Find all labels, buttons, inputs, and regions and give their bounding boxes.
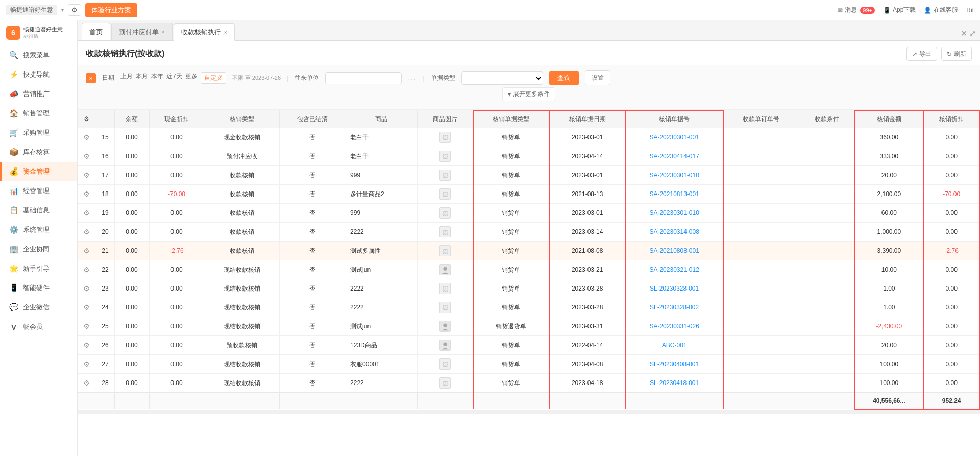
sidebar-item-newbie[interactable]: 🌟 新手引导 bbox=[0, 259, 77, 278]
tab-home[interactable]: 首页 bbox=[82, 23, 110, 40]
bill-no-link-1[interactable]: SA-20230414-017 bbox=[649, 153, 699, 160]
date-this-year[interactable]: 本年 bbox=[151, 72, 163, 84]
bill-no-2[interactable]: SA-20230301-010 bbox=[625, 166, 723, 185]
solution-button[interactable]: 体验行业方案 bbox=[85, 3, 137, 17]
bill-no-link-6[interactable]: SA-20210808-001 bbox=[649, 247, 699, 254]
bill-report-type-13: 销货单 bbox=[473, 374, 549, 393]
bill-no-link-5[interactable]: SA-20230314-008 bbox=[649, 228, 699, 235]
bill-no-12[interactable]: SL-20230408-001 bbox=[625, 355, 723, 374]
date-custom[interactable]: 自定义 bbox=[201, 72, 226, 84]
company-dots[interactable]: ... bbox=[408, 74, 416, 82]
bill-no-7[interactable]: SA-20230321-012 bbox=[625, 260, 723, 279]
gear-cell-1[interactable]: ⚙ bbox=[78, 147, 96, 166]
bill-no-5[interactable]: SA-20230314-008 bbox=[625, 223, 723, 242]
messages-icon-group[interactable]: ✉ 消息 99+ bbox=[838, 6, 875, 14]
receipt-condition-7 bbox=[799, 260, 855, 279]
sidebar-item-purchase[interactable]: 🛒 采购管理 bbox=[0, 123, 77, 142]
sidebar-item-hardware[interactable]: 📱 智能硬件 bbox=[0, 278, 77, 298]
bill-no-1[interactable]: SA-20230414-017 bbox=[625, 147, 723, 166]
bill-no-11[interactable]: ABC-001 bbox=[625, 336, 723, 355]
tab-prepay[interactable]: 预付冲应付单 × bbox=[111, 23, 173, 40]
sidebar-item-marketing[interactable]: 📣 营销推广 bbox=[0, 84, 77, 104]
bill-no-4[interactable]: SA-20230301-010 bbox=[625, 204, 723, 223]
col-receipt-order-no: 收款单订单号 bbox=[723, 110, 799, 128]
gear-cell-8[interactable]: ⚙ bbox=[78, 279, 96, 298]
bill-no-8[interactable]: SL-20230328-001 bbox=[625, 279, 723, 298]
expand-conditions-button[interactable]: ▾ 展开更多条件 bbox=[502, 87, 555, 101]
scroll-hint[interactable] bbox=[78, 410, 980, 414]
filter-settings-button[interactable]: 设置 bbox=[585, 70, 610, 85]
gear-cell-0[interactable]: ⚙ bbox=[78, 128, 96, 147]
date-more[interactable]: 更多 bbox=[185, 72, 198, 84]
bill-no-13[interactable]: SL-20230418-001 bbox=[625, 374, 723, 393]
product-img-9: 🖼 bbox=[418, 298, 473, 317]
bill-no-link-3[interactable]: SA-20210813-001 bbox=[649, 190, 699, 198]
brand-dropdown-arrow[interactable]: ▾ bbox=[61, 7, 64, 13]
bill-no-10[interactable]: SA-20230331-026 bbox=[625, 317, 723, 336]
online-service-group[interactable]: 👤 在线客服 bbox=[924, 6, 958, 14]
user-name[interactable]: Rit bbox=[966, 7, 974, 14]
gear-cell-3[interactable]: ⚙ bbox=[78, 185, 96, 204]
settings-button[interactable]: ⚙ bbox=[68, 4, 81, 16]
wechat-icon: 💬 bbox=[9, 303, 19, 312]
tab-close-all-button[interactable]: ✕ bbox=[961, 29, 967, 38]
gear-cell-7[interactable]: ⚙ bbox=[78, 260, 96, 279]
date-this-month[interactable]: 本月 bbox=[136, 72, 148, 84]
sidebar-item-search[interactable]: 🔍 搜索菜单 bbox=[0, 45, 77, 65]
bill-no-link-2[interactable]: SA-20230301-010 bbox=[649, 172, 699, 179]
gear-cell-5[interactable]: ⚙ bbox=[78, 223, 96, 242]
balance-11: 0.00 bbox=[114, 336, 149, 355]
refresh-button[interactable]: ↻ 刷新 bbox=[941, 47, 972, 61]
search-button[interactable]: 查询 bbox=[549, 71, 579, 85]
bill-no-link-12[interactable]: SL-20230408-001 bbox=[650, 361, 699, 368]
bill-no-link-11[interactable]: ABC-001 bbox=[662, 342, 687, 349]
bill-no-link-9[interactable]: SL-20230328-002 bbox=[650, 304, 699, 311]
bill-no-link-13[interactable]: SL-20230418-001 bbox=[650, 379, 699, 387]
sidebar-item-corp[interactable]: 🏢 企业协同 bbox=[0, 239, 77, 259]
sidebar-item-inventory[interactable]: 📦 库存核算 bbox=[0, 142, 77, 162]
product-img-0: 🖼 bbox=[418, 128, 473, 147]
sidebar-item-finance[interactable]: 💰 资金管理 bbox=[0, 162, 77, 181]
bill-no-link-8[interactable]: SL-20230328-001 bbox=[650, 285, 699, 292]
gear-cell-6[interactable]: ⚙ bbox=[78, 242, 96, 260]
tab-receipt-writeoff-close[interactable]: × bbox=[224, 30, 227, 35]
sidebar-item-sales[interactable]: 🏠 销售管理 bbox=[0, 104, 77, 123]
bill-no-link-7[interactable]: SA-20230321-012 bbox=[649, 266, 699, 273]
export-button[interactable]: ↗ 导出 bbox=[906, 47, 937, 61]
gear-cell-4[interactable]: ⚙ bbox=[78, 204, 96, 223]
sidebar-item-member[interactable]: V 畅会员 bbox=[0, 317, 77, 337]
receipt-condition-10 bbox=[799, 317, 855, 336]
bill-no-link-0[interactable]: SA-20230301-001 bbox=[649, 134, 699, 141]
gear-cell-10[interactable]: ⚙ bbox=[78, 317, 96, 336]
col-settings[interactable]: ⚙ bbox=[78, 110, 96, 128]
gear-cell-9[interactable]: ⚙ bbox=[78, 298, 96, 317]
company-input[interactable] bbox=[325, 72, 402, 84]
bill-type-select[interactable] bbox=[461, 71, 543, 85]
bill-no-link-4[interactable]: SA-20230301-010 bbox=[649, 209, 699, 217]
cash-discount-10: 0.00 bbox=[149, 317, 204, 336]
tab-prepay-close[interactable]: × bbox=[162, 29, 165, 35]
bill-no-6[interactable]: SA-20210808-001 bbox=[625, 242, 723, 260]
date-last-month[interactable]: 上月 bbox=[120, 72, 133, 84]
tab-maximize-button[interactable]: ⤢ bbox=[969, 29, 976, 38]
gear-cell-13[interactable]: ⚙ bbox=[78, 374, 96, 393]
bill-no-link-10[interactable]: SA-20230331-026 bbox=[649, 323, 699, 330]
tab-receipt-writeoff[interactable]: 收款核销执行 × bbox=[174, 23, 235, 41]
date-last-7days[interactable]: 近7天 bbox=[166, 72, 182, 84]
footer-bill-date bbox=[549, 393, 625, 409]
sidebar-item-wechat[interactable]: 💬 企业微信 bbox=[0, 298, 77, 317]
data-table: ⚙ 余额 现金折扣 核销类型 包含已结清 商品 商品图片 核销单据类型 核销单据… bbox=[78, 110, 980, 410]
app-download-group[interactable]: 📱 App下载 bbox=[883, 6, 916, 14]
gear-cell-2[interactable]: ⚙ bbox=[78, 166, 96, 185]
sidebar-item-quick-nav[interactable]: ⚡ 快捷导航 bbox=[0, 65, 77, 84]
gear-cell-12[interactable]: ⚙ bbox=[78, 355, 96, 374]
sidebar-item-basic[interactable]: 📋 基础信息 bbox=[0, 201, 77, 220]
sidebar-item-business[interactable]: 📊 经营管理 bbox=[0, 181, 77, 201]
sidebar-item-system[interactable]: ⚙️ 系统管理 bbox=[0, 220, 77, 239]
bill-no-0[interactable]: SA-20230301-001 bbox=[625, 128, 723, 147]
product-img-13: 🖼 bbox=[418, 374, 473, 393]
bill-no-3[interactable]: SA-20210813-001 bbox=[625, 185, 723, 204]
bill-no-9[interactable]: SL-20230328-002 bbox=[625, 298, 723, 317]
filter-toggle-button[interactable]: » bbox=[86, 73, 96, 83]
gear-cell-11[interactable]: ⚙ bbox=[78, 336, 96, 355]
